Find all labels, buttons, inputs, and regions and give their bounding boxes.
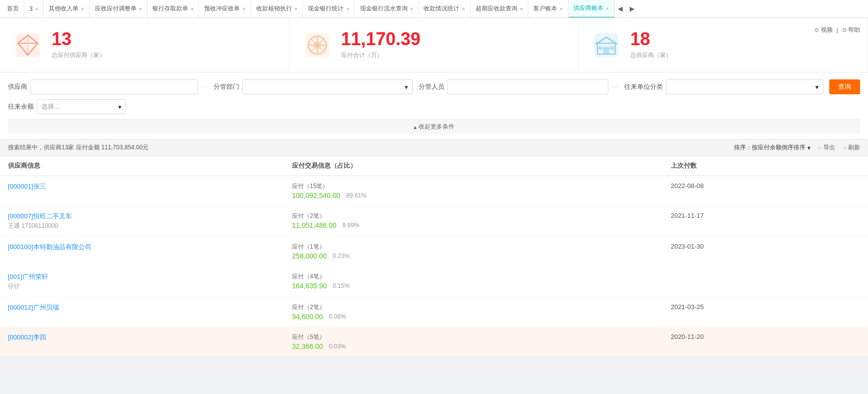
stat-number-total-suppliers: 18	[630, 30, 672, 48]
search-item-supplier: 供应商 ···	[8, 79, 208, 94]
sort-label: 排序：按应付余额倒序排序	[734, 143, 805, 152]
nav-tab-home[interactable]: 首页	[2, 0, 24, 18]
search-item-person: 分管人员 ···	[419, 79, 618, 94]
collapse-button[interactable]: ▴ 收起更多条件	[414, 123, 454, 131]
supplier-col: [000012]广州贝瑞	[8, 303, 292, 312]
trans-amount[interactable]: 258,000.00	[292, 252, 327, 260]
chevron-down-icon: ▾	[815, 83, 819, 91]
close-icon[interactable]: ×	[294, 6, 297, 12]
trans-label: 应付（5笔）	[292, 333, 671, 341]
close-icon[interactable]: ×	[191, 6, 194, 12]
supplier-link[interactable]: [000001]张三	[8, 183, 46, 190]
transaction-col: 应付（2笔） 11,051,486.00 9.89%	[292, 212, 671, 229]
supplier-col: [000002]李四	[8, 333, 292, 342]
divider: |	[837, 27, 838, 34]
refresh-icon: ○	[843, 144, 847, 151]
close-icon[interactable]: ×	[81, 6, 84, 12]
trans-row: 100,092,540.00 89.61%	[292, 192, 671, 199]
chevron-down-icon: ▾	[405, 83, 408, 91]
nav-tab-supplier-ledger[interactable]: 供应商账本 ×	[569, 0, 614, 18]
search-row-2: 往来余额 选择... ▾	[8, 99, 860, 114]
close-icon[interactable]: ×	[520, 6, 523, 12]
refresh-button[interactable]: ○ 刷新	[843, 143, 860, 152]
last-pay-col: 2020-11-20	[671, 333, 860, 340]
supplier-link[interactable]: [000012]广州贝瑞	[8, 304, 59, 311]
close-icon[interactable]: ×	[346, 6, 349, 12]
close-icon[interactable]: ×	[462, 6, 465, 12]
store-icon	[590, 29, 622, 61]
sort-select[interactable]: 排序：按应付余额倒序排序 ▾	[734, 143, 810, 152]
supplier-link[interactable]: [000002]李四	[8, 333, 46, 341]
close-icon[interactable]: ×	[35, 6, 38, 12]
close-icon[interactable]: ×	[242, 6, 245, 12]
export-button[interactable]: ○ 导出	[818, 143, 835, 152]
nav-tab-overdue-ar[interactable]: 超期应收款查询 ×	[471, 0, 528, 18]
trans-amount[interactable]: 164,635.90	[292, 282, 327, 290]
nav-tab-3[interactable]: 3 ×	[24, 0, 44, 18]
supplier-input[interactable]	[30, 79, 198, 94]
category-label: 往来单位分类	[624, 82, 663, 91]
trans-row: 32,366.00 0.03%	[292, 342, 671, 350]
trans-info: 应付（1笔） 258,000.00 0.23%	[292, 243, 671, 260]
chevron-up-icon: ▴	[414, 124, 417, 131]
trans-row: 94,600.00 0.08%	[292, 313, 671, 321]
query-button[interactable]: 查询	[829, 79, 860, 94]
table-header: 供应商信息 应付交易信息（占比） 上次付数	[0, 156, 868, 176]
stat-info-total-suppliers: 18 总供应商（家）	[630, 30, 672, 60]
last-pay-date: 2021-11-17	[671, 212, 704, 219]
nav-arrow-left[interactable]: ◀	[614, 0, 626, 18]
trans-info: 应付（4笔） 164,635.90 0.15%	[292, 272, 671, 290]
nav-tab-ar-ap-adjust[interactable]: 应收应付调整单 ×	[90, 0, 147, 18]
export-icon: ○	[818, 144, 822, 151]
dept-select[interactable]: ▾	[242, 79, 413, 94]
nav-tab-collection[interactable]: 收款核销执行 ×	[251, 0, 303, 18]
nav-tab-bank-deposit[interactable]: 银行存取款单 ×	[147, 0, 199, 18]
search-row-1: 供应商 ··· 分管部门 ▾ 分管人员 ··· 往来单位分类 ▾ 查询	[8, 79, 860, 94]
trans-percent: 89.61%	[346, 192, 366, 199]
person-input[interactable]	[447, 79, 608, 94]
balance-select[interactable]: 选择... ▾	[37, 99, 126, 114]
nav-arrow-right[interactable]: ▶	[626, 0, 638, 18]
supplier-link[interactable]: [000100]本特勤油品有限公司	[8, 243, 91, 251]
supplier-dots-icon[interactable]: ···	[201, 82, 207, 91]
close-icon[interactable]: ×	[560, 6, 563, 12]
close-icon[interactable]: ×	[606, 5, 609, 11]
person-dots-icon[interactable]: ···	[611, 82, 618, 91]
trans-info: 应付（5笔） 32,366.00 0.03%	[292, 333, 671, 350]
dept-label: 分管部门	[214, 82, 239, 91]
supplier-link[interactable]: [001]广州荣轩	[8, 273, 48, 280]
nav-tab-cash-bank-stat[interactable]: 现金银行统计 ×	[303, 0, 355, 18]
balance-select-text: 选择...	[41, 102, 60, 111]
trans-info: 应付（2笔） 11,051,486.00 9.89%	[292, 212, 671, 229]
supplier-col: [000007]恒旺二手叉车 王通 17106110000	[8, 212, 292, 230]
nav-tab-other-income[interactable]: 其他收入单 ×	[44, 0, 89, 18]
table-row: [001]广州荣轩 仔仔 应付（4笔） 164,635.90 0.15%	[0, 266, 868, 297]
trans-amount[interactable]: 94,600.00	[292, 313, 323, 321]
trans-label: 应付（15笔）	[292, 182, 671, 191]
rice-icon	[301, 29, 333, 61]
trans-amount[interactable]: 32,366.00	[292, 342, 323, 350]
nav-tab-customer-ledger[interactable]: 客户账本 ×	[528, 0, 568, 18]
header-supplier: 供应商信息	[8, 161, 292, 170]
data-table: 供应商信息 应付交易信息（占比） 上次付数 [000001]张三 应付（15笔）…	[0, 156, 868, 357]
supplier-link[interactable]: [000007]恒旺二手叉车	[8, 212, 72, 220]
nav-tab-cash-bank-flow[interactable]: 现金银行流水查询 ×	[355, 0, 419, 18]
nav-tab-collection-stat[interactable]: 收款情况统计 ×	[419, 0, 470, 18]
video-link[interactable]: ⊙ 视频	[814, 26, 832, 34]
balance-label: 往来余额	[8, 102, 34, 111]
trans-row: 258,000.00 0.23%	[292, 252, 671, 260]
category-select[interactable]: ▾	[666, 79, 824, 94]
trans-amount[interactable]: 11,051,486.00	[292, 221, 337, 229]
close-icon[interactable]: ×	[410, 6, 413, 12]
chevron-down-icon: ▾	[118, 103, 122, 111]
transaction-col: 应付（1笔） 258,000.00 0.23%	[292, 243, 671, 260]
trans-amount[interactable]: 100,092,540.00	[292, 192, 340, 199]
trans-label: 应付（4笔）	[292, 272, 671, 281]
supplier-sub: 仔仔	[8, 282, 292, 291]
last-pay-date: 2020-11-20	[671, 333, 704, 340]
trans-row: 164,635.90 0.15%	[292, 282, 671, 290]
nav-tab-prepay[interactable]: 预收冲应收单 ×	[199, 0, 251, 18]
help-link[interactable]: ⊙ 帮助	[842, 26, 860, 34]
close-icon[interactable]: ×	[139, 6, 142, 12]
trans-label: 应付（2笔）	[292, 212, 671, 220]
